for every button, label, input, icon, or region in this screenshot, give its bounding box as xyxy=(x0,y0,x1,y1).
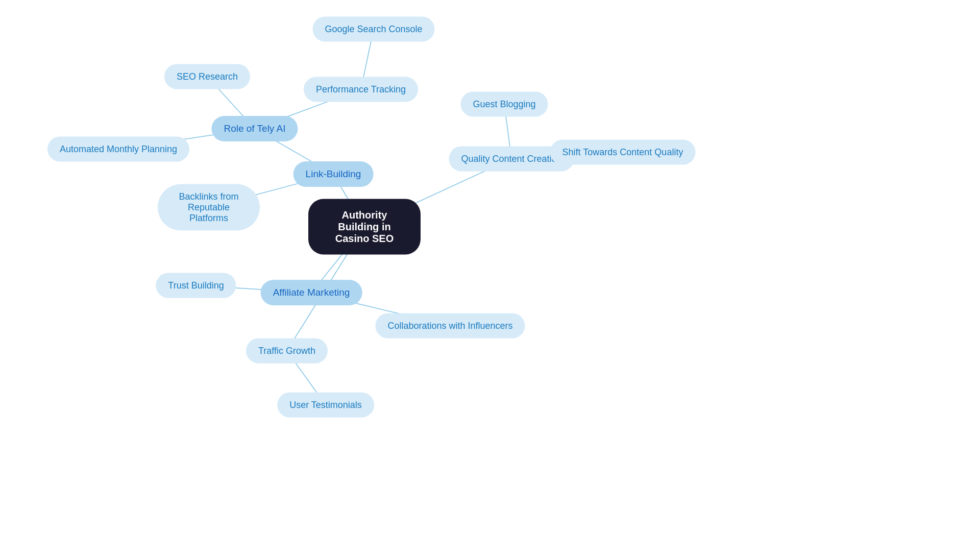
node-role-tely-ai[interactable]: Role of Tely AI xyxy=(211,116,298,141)
node-collaborations-influencers[interactable]: Collaborations with Influencers xyxy=(375,314,525,339)
node-affiliate-marketing[interactable]: Affiliate Marketing xyxy=(261,280,362,305)
mindmap-canvas: Authority Building in Casino SEOGoogle S… xyxy=(0,0,980,553)
node-shift-content-quality[interactable]: Shift Towards Content Quality xyxy=(550,140,696,165)
node-performance-tracking[interactable]: Performance Tracking xyxy=(304,77,418,102)
node-backlinks-reputable[interactable]: Backlinks from Reputable Platforms xyxy=(158,184,260,231)
node-automated-monthly-planning[interactable]: Automated Monthly Planning xyxy=(47,137,189,162)
node-google-search-console[interactable]: Google Search Console xyxy=(312,17,434,42)
connections-svg xyxy=(0,0,980,553)
node-user-testimonials[interactable]: User Testimonials xyxy=(277,393,374,418)
node-trust-building[interactable]: Trust Building xyxy=(156,273,236,298)
node-seo-research[interactable]: SEO Research xyxy=(164,64,250,89)
node-link-building[interactable]: Link-Building xyxy=(293,161,374,187)
node-guest-blogging[interactable]: Guest Blogging xyxy=(460,92,548,117)
node-traffic-growth[interactable]: Traffic Growth xyxy=(246,339,328,364)
node-center[interactable]: Authority Building in Casino SEO xyxy=(308,199,421,255)
